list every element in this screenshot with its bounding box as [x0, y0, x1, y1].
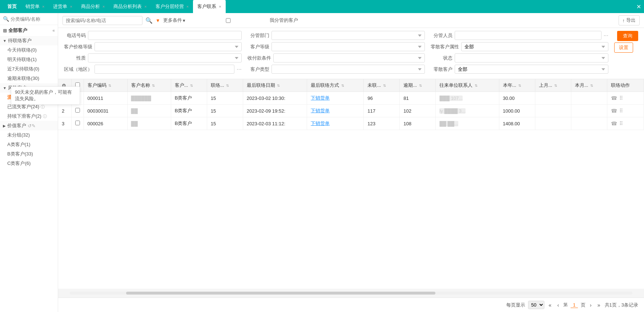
th-last-month[interactable]: 上月... ⇅ [535, 79, 571, 92]
td-last-method-3[interactable]: 下销货单 [307, 117, 364, 130]
sidebar-item-ungrouped[interactable]: 未分组(32) [0, 130, 58, 140]
sidebar-section-value[interactable]: ▶ 价值客户 ↺ ✎ [0, 121, 58, 130]
payment-select[interactable] [273, 53, 425, 62]
nav-close-analysis-list[interactable]: × [144, 0, 146, 13]
more-conditions-btn[interactable]: 更多条件 ▾ [163, 17, 185, 24]
manager-input[interactable] [455, 31, 601, 40]
prev-page-btn[interactable]: ‹ [556, 301, 560, 309]
zero-retail-select[interactable]: 全部 [455, 65, 608, 74]
nav-close-purchase[interactable]: × [70, 0, 72, 13]
sidebar-item-declining[interactable]: 持续下滑客户(2) ⓘ [0, 112, 58, 121]
sidebar: 🔍 ⊞ 全部客户 « ▼ 待联络客户 今天待联络(0) 明天待联络(1) 近7天… [0, 13, 58, 312]
sidebar-item-class-b[interactable]: B类客户(33) [0, 149, 58, 159]
row-checkbox-3[interactable] [75, 121, 80, 125]
th-code[interactable]: 客户编码 ⇅ [84, 79, 127, 92]
region-more-btn[interactable]: ··· [237, 66, 241, 73]
td-checkbox-2[interactable] [71, 105, 84, 117]
customer-level-select[interactable] [271, 42, 425, 51]
search-input[interactable] [63, 16, 142, 25]
sort-icon-method: ⇅ [341, 84, 344, 88]
export-button[interactable]: ↑ 导出 [619, 15, 640, 25]
nav-customer-contact[interactable]: 客户联系 × [193, 0, 225, 13]
sidebar-section-waiting[interactable]: ▼ 待联络客户 [0, 36, 58, 45]
search-button[interactable]: 🔍 [145, 17, 153, 24]
next-page-btn[interactable]: › [588, 301, 593, 309]
h-scrollbar[interactable] [70, 292, 632, 295]
nav-home[interactable]: 首页 [3, 0, 21, 13]
nature-select[interactable] [88, 53, 242, 62]
first-page-btn[interactable]: « [547, 301, 553, 309]
action-contact-icon-3[interactable]: ☎ [611, 121, 617, 126]
action-contact-icon-2[interactable]: ☎ [611, 108, 617, 114]
th-overdue[interactable]: 逾期... ⇅ [400, 79, 436, 92]
page-size-select[interactable]: 50 [528, 301, 544, 309]
settings-button[interactable]: 设置 [614, 42, 633, 53]
th-name[interactable]: 客户名称 ⇅ [127, 79, 171, 92]
td-person-2: ly ████ 3... [436, 105, 499, 117]
nav-product-analysis[interactable]: 商品分析 × [77, 0, 109, 13]
customer-type-label: 客户类型 [247, 66, 269, 73]
td-last-method-1[interactable]: 下销货单 [307, 92, 364, 105]
nav-product-analysis-list[interactable]: 商品分析列表 × [109, 0, 151, 13]
td-last-method-2[interactable]: 下销货单 [307, 105, 364, 117]
nav-customer-tier[interactable]: 客户分层经营 × [151, 0, 193, 13]
sidebar-search-input[interactable] [11, 16, 55, 22]
nav-saleslip[interactable]: 销货单 × [21, 0, 49, 13]
sidebar-all-customers[interactable]: ⊞ 全部客户 « [0, 25, 58, 36]
filter-payment: 收付款条件 [247, 53, 425, 62]
td-action-1: ☎ ⠿ [607, 92, 644, 105]
sidebar-item-class-c[interactable]: C类客户(6) [0, 159, 58, 168]
customer-type-select[interactable] [271, 65, 425, 74]
action-contact-icon-1[interactable]: ☎ [611, 95, 617, 101]
th-last-method[interactable]: 最后联络方式 ⇅ [307, 79, 364, 92]
phone-input[interactable] [88, 31, 242, 40]
td-action-2: ☎ ⠿ [607, 105, 644, 117]
td-code-3: 000026 [84, 117, 127, 130]
payment-label: 收付款条件 [247, 55, 271, 61]
status-select[interactable] [455, 53, 608, 62]
sidebar-item-7day-contact[interactable]: 近7天待联络(0) [0, 64, 58, 74]
my-customers-checkbox[interactable] [188, 18, 268, 23]
td-overdue-1: 81 [400, 92, 436, 105]
zero-attr-select[interactable]: 全部 [461, 42, 608, 51]
action-more-icon-2[interactable]: ⠿ [619, 108, 623, 114]
filter-row-2: 客户价格等级 客户等级 零散客户属性 全部 [64, 42, 608, 51]
sidebar-item-tomorrow-contact[interactable]: 明天待联络(1) [0, 55, 58, 64]
nav-close-contact[interactable]: × [219, 0, 221, 13]
th-current-year[interactable]: 本年... ⇅ [499, 79, 535, 92]
td-lm-1 [535, 92, 571, 105]
filter-manager: 分管人员 ··· [431, 31, 608, 40]
dept-select[interactable] [271, 31, 425, 40]
edit-icon[interactable]: ✎ [32, 123, 36, 129]
manager-more-btn[interactable]: ··· [604, 32, 608, 39]
nav-close-saleslip[interactable]: × [42, 0, 44, 13]
content-area: 🔍 ▼ 更多条件 ▾ 我分管的客户 ↑ 导出 电话 [58, 13, 644, 312]
sidebar-item-overdue-contact[interactable]: 逾期未联络(30) [0, 74, 58, 83]
refresh-icon[interactable]: ↺ [28, 123, 32, 129]
th-current-month[interactable]: 本月... ⇅ [571, 79, 607, 92]
action-more-icon-3[interactable]: ⠿ [619, 121, 623, 126]
sidebar-collapse-btn[interactable]: « [52, 28, 55, 33]
price-level-select[interactable] [94, 42, 242, 51]
th-last-date[interactable]: 最后联络日期 ⇅ [243, 79, 307, 92]
sidebar-search-container: 🔍 [0, 13, 58, 25]
last-page-btn[interactable]: » [596, 301, 602, 309]
nav-close-analysis[interactable]: × [102, 0, 105, 13]
th-uncontacted[interactable]: 未联... ⇅ [364, 79, 400, 92]
tooltip-box: 90天未交易的客户，可能有流失风险。 [11, 86, 80, 105]
th-contact-person[interactable]: 往来单位联系人 ⇅ [436, 79, 499, 92]
sidebar-item-class-a[interactable]: A类客户(1) [0, 140, 58, 149]
td-checkbox-3[interactable] [71, 117, 84, 130]
sidebar-item-today-contact[interactable]: 今天待联络(0) [0, 45, 58, 55]
nav-purchaseorder[interactable]: 进货单 × [49, 0, 76, 13]
th-contact-num[interactable]: 联络... ⇅ [207, 79, 243, 92]
h-scrollbar-thumb[interactable] [126, 292, 435, 295]
my-customers-checkbox-label[interactable]: 我分管的客户 [188, 17, 298, 24]
nav-close-tier[interactable]: × [186, 0, 189, 13]
action-more-icon-1[interactable]: ⠿ [619, 95, 623, 101]
search-action-button[interactable]: 查询 [617, 31, 638, 41]
row-checkbox-2[interactable] [75, 108, 80, 113]
window-close-button[interactable]: ✕ [636, 3, 641, 10]
th-type[interactable]: 客户... ⇅ [171, 79, 207, 92]
region-input[interactable] [94, 65, 234, 74]
